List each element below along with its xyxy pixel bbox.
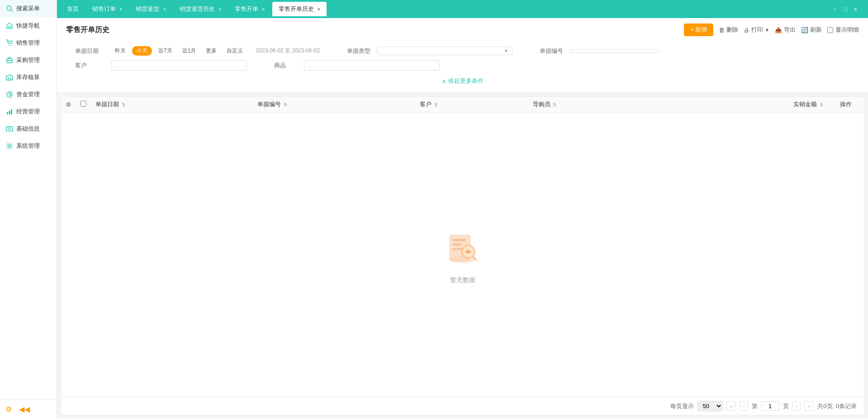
tab-home[interactable]: 首页 [61,2,85,16]
tab-sales-return-close[interactable]: × [163,6,166,12]
col-salesperson-sort-icon[interactable]: ⇅ [553,102,556,107]
refresh-button[interactable]: 🔄 刷新 [801,26,822,34]
date-btn-more[interactable]: 更多 [202,46,220,56]
display-detail-check[interactable]: 显示明细 [827,26,859,34]
sidebar-item-sales-mgmt[interactable]: 销售管理 [0,34,57,52]
svg-rect-19 [452,244,462,245]
sidebar-item-quick-nav[interactable]: 快捷导航 [0,17,57,34]
empty-icon [440,226,485,271]
collapse-button[interactable]: ∧ 收起更多条件 [442,77,484,85]
settings-bottom-icon[interactable]: ⚙ [5,405,12,414]
page-header: 零售开单历史 + 新增 🗑 删除 🖨 打印 ▼ 📤 导出 [57,18,868,93]
customer-label: 客户 [75,61,102,70]
sidebar-search[interactable]: 搜索采单 [0,0,57,17]
table-settings-icon[interactable]: ⚙ [66,101,71,108]
doc-no-label: 单据编号 [540,47,567,55]
tab-sales-order[interactable]: 销售订单 × [86,2,128,16]
customer-placeholder: ... [115,62,120,69]
date-btn-1month[interactable]: 近1月 [179,46,200,56]
tab-sales-return[interactable]: 销货退货 × [129,2,172,16]
info-icon [5,125,14,133]
col-no-label: 单据编号 [257,101,281,108]
col-settings: ⚙ [61,97,76,113]
sidebar-item-inventory[interactable]: 库存核算 [0,69,57,86]
print-chevron-icon: ▼ [765,28,769,33]
svg-rect-12 [6,127,13,131]
print-label: 打印 [751,26,763,34]
collapse-icon[interactable]: ◀◀ [19,405,30,414]
doc-type-chevron: ▼ [504,48,508,53]
page-suffix: 页 [783,402,789,410]
date-range-text: 2023-06-02 至 2023-06-02 [256,47,319,55]
col-no: 单据编号 ⇅ [253,97,415,113]
sidebar-item-label: 快捷导航 [16,22,40,30]
date-btn-custom[interactable]: 自定义 [223,46,247,56]
pagination: 每页显示 50 20 100 « ‹ 第 页 › » 共0页, 0条记录 [61,397,864,415]
collapse-up-icon: ∧ [442,78,446,85]
cart-icon [5,39,14,47]
export-button[interactable]: 📤 导出 [775,26,796,34]
sidebar-item-purchase-mgmt[interactable]: 采购管理 [0,52,57,69]
col-amount-sort-icon[interactable]: ⇅ [820,102,823,107]
date-btn-7days[interactable]: 近7天 [155,46,176,56]
print-button[interactable]: 🖨 打印 ▼ [744,26,769,34]
per-page-label: 每页显示 [670,402,694,410]
col-salesperson: 导购员 ⇅ [528,97,666,113]
coin-icon: ¥ [5,90,14,99]
sidebar-bottom: ⚙ ◀◀ [0,399,57,419]
customer-input[interactable]: ... [111,60,247,71]
doc-type-select[interactable]: ▼ [377,47,512,55]
col-customer-sort-icon[interactable]: ⇅ [434,102,438,107]
box-icon [5,56,14,64]
sidebar-item-label: 基础信息 [16,125,40,133]
delete-button[interactable]: 🗑 删除 [719,26,738,34]
date-btn-today[interactable]: 今天 [132,46,152,56]
tab-sales-order-label: 销售订单 [92,5,116,13]
data-table: ⚙ 单据日期 ⇅ 单据编号 ⇅ [61,97,864,113]
refresh-label: 刷新 [810,26,822,34]
sidebar-item-label: 经营管理 [16,108,40,116]
per-page-select[interactable]: 50 20 100 [697,401,723,411]
svg-rect-18 [452,239,466,241]
col-date: 单据日期 ⇅ [91,97,253,113]
svg-rect-9 [7,112,8,114]
tab-sales-return-history[interactable]: 销货退货历史 × [173,2,228,16]
next-page-btn[interactable]: › [792,401,801,411]
sidebar-item-base-info[interactable]: 基础信息 [0,120,57,137]
main-area: 首页 销售订单 × 销货退货 × 销货退货历史 × 零售开单 × 零售开单历史 … [57,0,868,419]
page-title-row: 零售开单历史 + 新增 🗑 删除 🖨 打印 ▼ 📤 导出 [66,24,859,41]
tab-retail-open[interactable]: 零售开单 × [228,2,271,16]
sidebar-item-finance[interactable]: ¥ 资金管理 [0,86,57,103]
display-detail-checkbox[interactable] [827,27,833,33]
tab-sales-return-label: 销货退货 [136,5,159,13]
goods-input[interactable]: ... [304,60,440,71]
col-no-sort-icon[interactable]: ⇅ [284,102,287,107]
sidebar-item-ops-mgmt[interactable]: 经营管理 [0,103,57,120]
tab-sales-return-history-label: 销货退货历史 [180,5,215,13]
doc-type-label: 单据类型 [347,47,374,55]
col-action: 操作 [828,97,864,113]
last-page-btn[interactable]: » [804,401,814,411]
sidebar-item-sys-mgmt[interactable]: 系统管理 [0,137,57,155]
tab-retail-open-history-close[interactable]: × [318,6,320,12]
page-input[interactable] [761,401,779,411]
first-page-btn[interactable]: « [726,401,736,411]
col-customer-label: 客户 [420,101,432,108]
restore-btn[interactable]: □ [844,6,848,13]
tab-retail-open-close[interactable]: × [262,6,265,12]
sidebar: 搜索采单 快捷导航 销售管理 采购管理 [0,0,57,419]
tab-sales-return-history-close[interactable]: × [218,6,221,12]
prev-page-btn[interactable]: ‹ [740,401,748,411]
add-button[interactable]: + 新增 [684,24,713,36]
tab-sales-order-close[interactable]: × [119,6,122,12]
svg-point-15 [9,145,11,147]
doc-no-input[interactable] [569,49,660,53]
tab-retail-open-history[interactable]: 零售开单历史 × [272,2,327,16]
date-btn-yesterday[interactable]: 昨天 [111,46,129,56]
delete-icon: 🗑 [719,27,725,33]
select-all-checkbox[interactable] [81,101,86,107]
close-btn[interactable]: × [854,6,857,13]
minimize-btn[interactable]: － [832,5,838,13]
tab-home-label: 首页 [67,5,79,13]
col-date-sort-icon[interactable]: ⇅ [122,102,125,107]
